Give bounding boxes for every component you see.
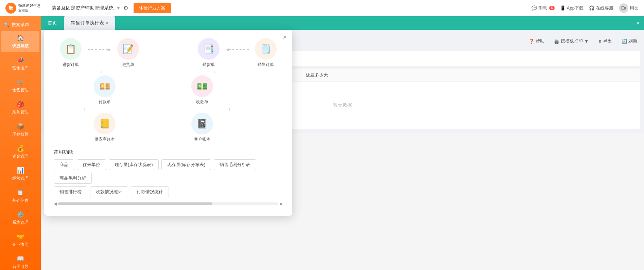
purchase-receipt-label: 进货单 — [122, 62, 134, 68]
message-badge: 6 — [549, 6, 555, 10]
flow-node-sales-bill[interactable]: 📑 销货单 — [192, 38, 226, 68]
flow-row-1: 📋 进货订单 ▶ 📝 进货单 — [54, 38, 283, 68]
logo-text: 畅康通好生意 标准版 — [18, 3, 41, 13]
flow-node-receipt[interactable]: 💵 收款单 — [185, 75, 219, 105]
supplier-ledger-label: 供应商账本 — [94, 137, 115, 142]
func-buttons-row2: 销售排行榜 收款情况统计 付款情况统计 — [54, 186, 283, 197]
modal-overlay: × 📋 进货订单 ▶ — [41, 16, 644, 270]
sidebar-item-marketing[interactable]: 📣 营销推广 — [1, 53, 39, 74]
main-layout: 🔍 搜索菜单 🏠 快捷导航 📣 营销推广 🛒 销售管理 🎒 采购管理 📦 库存核… — [0, 16, 644, 270]
operations-icon: 📊 — [17, 167, 24, 174]
func-btn-stock-dist[interactable]: 现存量(库存分布表) — [161, 159, 211, 170]
arrow-h-1: ▶ — [88, 47, 111, 59]
sidebar-item-newbie[interactable]: 📖 新手引导 — [1, 252, 39, 270]
system-icon: ⚙️ — [17, 211, 24, 218]
scroll-bar-area: ◀ ▶ — [54, 200, 283, 208]
modal-close-btn[interactable]: × — [283, 33, 287, 41]
purchase-receipt-circle: 📝 — [117, 38, 139, 60]
sales-bill-label: 销货单 — [203, 62, 215, 68]
sidebar-item-system[interactable]: ⚙️ 系统管理 — [1, 208, 39, 229]
flow-node-purchase-receipt[interactable]: 📝 进货单 — [111, 38, 145, 68]
flow-node-purchase-order[interactable]: 📋 进货订单 — [54, 38, 88, 68]
sidebar-item-sales[interactable]: 🛒 销售管理 — [1, 75, 39, 96]
arrow-h-2: ◀ — [226, 47, 249, 59]
func-btn-contacts[interactable]: 往来单位 — [77, 159, 106, 170]
scroll-left-btn[interactable]: ◀ — [54, 201, 57, 206]
marketing-icon: 📣 — [17, 56, 24, 64]
sales-order-circle: 🗒️ — [255, 38, 277, 60]
settings-icon[interactable]: ⚙ — [123, 5, 128, 11]
func-btn-payment-stats[interactable]: 付款情况统计 — [131, 186, 169, 197]
sidebar-item-operations[interactable]: 📊 经营管理 — [1, 163, 39, 185]
sidebar-item-finance[interactable]: 💰 资金管理 — [1, 141, 39, 163]
modal-box: × 📋 进货订单 ▶ — [44, 30, 292, 216]
purchase-order-circle: 📋 — [60, 38, 82, 60]
search-icon: 🔍 — [4, 22, 10, 28]
online-service-btn[interactable]: 🎧 在线客服 — [589, 5, 613, 11]
scroll-right-btn[interactable]: ▶ — [280, 201, 283, 206]
newbie-icon: 📖 — [17, 255, 24, 263]
func-buttons-row1: 商品 往来单位 现存量(库存状况表) 现存量(库存分布表) 销售毛利分析表 商品… — [54, 159, 283, 184]
flow-row-2: 💴 付款单 💵 收款单 — [54, 75, 283, 105]
func-btn-product-profit[interactable]: 商品毛利分析 — [54, 173, 92, 184]
user-area[interactable]: Ea 用友 — [619, 3, 639, 13]
payment-label: 付款单 — [99, 99, 111, 105]
func-btn-receipt-stats[interactable]: 收款情况统计 — [90, 186, 128, 197]
finance-icon: 💰 — [17, 145, 24, 152]
supplier-ledger-circle: 📒 — [94, 113, 116, 134]
sidebar: 🔍 搜索菜单 🏠 快捷导航 📣 营销推广 🛒 销售管理 🎒 采购管理 📦 库存核… — [0, 16, 41, 270]
logo-area: 畅 畅康通好生意 标准版 — [5, 3, 46, 14]
download-icon: 📱 — [560, 5, 565, 11]
message-icon: 💬 — [532, 5, 537, 11]
common-functions-section: 常用功能 商品 往来单位 现存量(库存状况表) 现存量(库存分布表) 销售毛利分… — [54, 149, 283, 197]
scroll-track[interactable] — [58, 202, 278, 205]
func-btn-stock-status[interactable]: 现存量(库存状况表) — [109, 159, 159, 170]
flow-node-customer-ledger[interactable]: 📓 客户账本 — [185, 113, 219, 142]
customer-ledger-label: 客户账本 — [194, 137, 210, 142]
basic-icon: 📋 — [17, 189, 24, 196]
flow-row-3: 📒 供应商账本 📓 客户账本 — [54, 113, 283, 142]
user-avatar: Ea — [619, 3, 628, 13]
enterprise-icon: 🤝 — [17, 233, 24, 240]
sidebar-item-enterprise[interactable]: 🤝 企业协同 — [1, 230, 39, 251]
customer-ledger-circle: 📓 — [191, 113, 213, 134]
search-menu-btn[interactable]: 🔍 搜索菜单 — [0, 19, 41, 31]
quick-nav-icon: 🏠 — [17, 34, 24, 42]
arrow-down-row: ↓ ↓ — [54, 69, 283, 74]
system-dropdown-icon[interactable]: ▼ — [116, 5, 121, 11]
logo-icon: 畅 — [5, 3, 16, 14]
sales-bill-circle: 📑 — [198, 38, 220, 60]
func-btn-sales-profit[interactable]: 销售毛利分析表 — [214, 159, 256, 170]
service-icon: 🎧 — [589, 5, 594, 11]
func-btn-product[interactable]: 商品 — [54, 159, 74, 170]
sidebar-item-quick-nav[interactable]: 🏠 快捷导航 — [1, 31, 39, 52]
common-func-title: 常用功能 — [54, 149, 283, 155]
inventory-icon: 📦 — [17, 123, 24, 130]
flow-node-payment[interactable]: 💴 付款单 — [88, 75, 122, 105]
experience-btn[interactable]: 体验行业方案 — [134, 3, 171, 13]
sales-icon: 🛒 — [17, 78, 24, 86]
flow-node-sales-order[interactable]: 🗒️ 销售订单 — [249, 38, 283, 68]
system-title: 装备及固定资产辅助管理系统 ▼ ⚙ 体验行业方案 — [46, 3, 532, 13]
content-wrapper: 首页 销售订单执行表 × × ❓ 帮助 🖨️ — [41, 16, 644, 270]
top-header: 畅 畅康通好生意 标准版 装备及固定资产辅助管理系统 ▼ ⚙ 体验行业方案 💬 … — [0, 0, 644, 16]
header-right: 💬 消息 6 📱 App下载 🎧 在线客服 Ea 用友 — [532, 3, 639, 13]
app-download-btn[interactable]: 📱 App下载 — [560, 5, 584, 11]
func-btn-sales-rank[interactable]: 销售排行榜 — [54, 186, 87, 197]
payment-circle: 💴 — [94, 75, 116, 97]
purchase-icon: 🎒 — [17, 101, 24, 108]
flow-node-supplier-ledger[interactable]: 📒 供应商账本 — [88, 113, 122, 142]
scroll-thumb — [58, 202, 212, 205]
sidebar-item-basic[interactable]: 📋 基础信息 — [1, 185, 39, 207]
sidebar-item-purchase[interactable]: 🎒 采购管理 — [1, 97, 39, 119]
system-name: 装备及固定资产辅助管理系统 — [52, 5, 114, 11]
receipt-label: 收款单 — [196, 99, 208, 105]
sales-order-label: 销售订单 — [258, 62, 274, 68]
sidebar-item-inventory[interactable]: 📦 库存核算 — [1, 119, 39, 141]
arrow-down-row-2: ↓ ↓ — [54, 106, 283, 111]
message-btn[interactable]: 💬 消息 6 — [532, 5, 555, 11]
receipt-circle: 💵 — [191, 75, 213, 97]
purchase-order-label: 进货订单 — [63, 62, 79, 68]
